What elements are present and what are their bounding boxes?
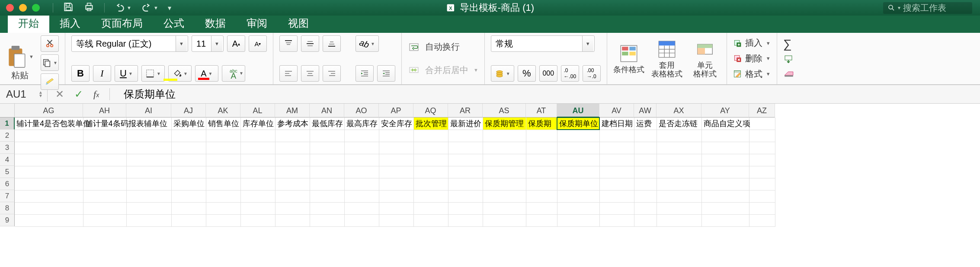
cell[interactable] [701,190,749,202]
cell[interactable] [310,202,344,214]
cell[interactable]: 最高库存 [344,118,379,130]
cells-area[interactable]: 辅计量4是否包装单位辅计量4条码报表辅单位采购单位销售单位库存单位参考成本最低库… [15,118,775,227]
cell[interactable] [448,166,483,178]
cell[interactable] [126,142,171,154]
row-header[interactable]: 3 [0,142,15,154]
copy-button[interactable]: ▼ [41,54,59,71]
cell[interactable] [701,154,749,166]
cell[interactable] [15,178,83,190]
row-header[interactable]: 6 [0,178,15,190]
cell[interactable] [379,178,413,190]
cell[interactable] [634,130,657,142]
spreadsheet-grid[interactable]: AGAHAIAJAKALAMANAOAPAQARASATAUAVAWAXAYAZ… [0,104,980,227]
cell[interactable] [275,190,310,202]
cell[interactable] [240,166,275,178]
comma-button[interactable]: 000 [539,65,557,82]
cell[interactable]: 辅计量4是否包装单位 [15,118,83,130]
cell[interactable] [240,178,275,190]
cell[interactable] [448,154,483,166]
cell[interactable] [275,202,310,214]
search-box[interactable]: ▾ [883,2,972,14]
name-box-stepper[interactable]: ▲▼ [38,91,43,98]
cell[interactable] [206,190,240,202]
cell[interactable] [310,214,344,226]
column-header[interactable]: AL [240,104,275,118]
cell[interactable] [483,166,526,178]
cell[interactable] [749,142,775,154]
increase-indent-button[interactable] [377,65,395,82]
close-window-button[interactable] [6,4,14,12]
cell[interactable] [83,154,126,166]
column-header[interactable]: AO [344,104,379,118]
decrease-decimal-button[interactable]: .00→.0 [583,65,601,82]
cell[interactable] [526,166,557,178]
cell[interactable] [379,214,413,226]
tab-review[interactable]: 审阅 [236,14,278,33]
column-headers[interactable]: AGAHAIAJAKALAMANAOAPAQARASATAUAVAWAXAYAZ [0,104,980,118]
cell[interactable] [526,202,557,214]
cell[interactable] [15,202,83,214]
format-cells-button[interactable]: 格式 ▼ [733,68,771,80]
column-header[interactable]: AN [310,104,344,118]
clear-button[interactable] [783,69,794,80]
decrease-font-button[interactable]: A▾ [249,35,267,52]
cell[interactable] [83,202,126,214]
cell[interactable] [701,178,749,190]
cell[interactable] [413,202,448,214]
tab-page-layout[interactable]: 页面布局 [91,14,153,33]
cell[interactable]: 商品自定义项 [701,118,749,130]
font-name-combo[interactable]: ▼ [71,35,188,52]
cell[interactable] [448,142,483,154]
cut-button[interactable] [41,35,59,52]
cell[interactable] [749,154,775,166]
cell[interactable] [413,130,448,142]
align-bottom-button[interactable] [323,35,341,52]
row-header[interactable]: 9 [0,214,15,226]
tab-home[interactable]: 开始 [8,14,49,33]
save-icon[interactable] [63,1,74,15]
column-header[interactable]: AG [15,104,83,118]
undo-button[interactable]: ▼ [114,2,131,13]
tab-view[interactable]: 视图 [278,14,319,33]
cell[interactable] [599,154,634,166]
cell[interactable] [749,130,775,142]
cell[interactable] [83,166,126,178]
number-format-combo[interactable]: ▼ [491,35,595,52]
cell[interactable] [83,142,126,154]
cell[interactable] [240,214,275,226]
insert-function-button[interactable]: fx [93,89,99,100]
cell[interactable] [599,214,634,226]
cell[interactable] [657,130,701,142]
underline-button[interactable]: U▼ [115,65,138,82]
cell[interactable] [126,190,171,202]
cell[interactable] [344,154,379,166]
cell[interactable]: 采购单位 [171,118,206,130]
cell[interactable] [526,154,557,166]
column-header[interactable]: AX [657,104,701,118]
cell[interactable] [599,190,634,202]
cell[interactable] [634,190,657,202]
font-size-input[interactable] [192,36,211,51]
cell[interactable] [448,178,483,190]
cell[interactable]: 保质期单位 [557,118,599,130]
cell[interactable] [526,142,557,154]
column-header[interactable]: AS [483,104,526,118]
cell[interactable]: 销售单位 [206,118,240,130]
cell[interactable] [126,202,171,214]
cell[interactable] [126,166,171,178]
cell[interactable] [275,214,310,226]
cell[interactable]: 最新进价 [448,118,483,130]
cell[interactable]: 安全库存 [379,118,413,130]
cell[interactable] [526,190,557,202]
cell[interactable] [634,142,657,154]
cell[interactable] [657,190,701,202]
cell[interactable] [483,154,526,166]
cell[interactable] [413,142,448,154]
cell[interactable] [634,166,657,178]
insert-cells-button[interactable]: 插入 ▼ [733,37,771,49]
chevron-down-icon[interactable]: ▼ [211,36,222,51]
cell[interactable] [310,178,344,190]
cell[interactable] [344,178,379,190]
formula-input[interactable] [118,86,980,102]
tab-formulas[interactable]: 公式 [153,14,195,33]
